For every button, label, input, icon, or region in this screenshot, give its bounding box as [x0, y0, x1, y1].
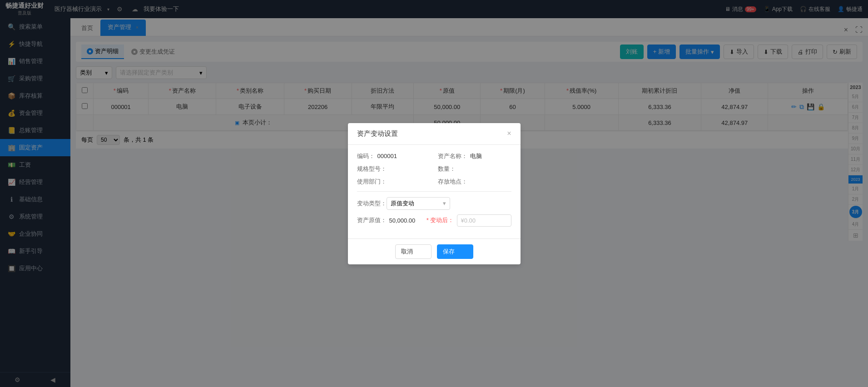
modal-close-icon[interactable]: ×: [507, 129, 511, 138]
change-type-select[interactable]: 原值变动 ▾: [387, 197, 450, 210]
modal-body: 编码： 000001 资产名称： 电脑 规格型号： 数量：: [348, 145, 521, 238]
asset-change-modal: 资产变动设置 × 编码： 000001 资产名称： 电脑 规格型号：: [348, 123, 521, 264]
form-field-location: 存放地点：: [438, 178, 511, 186]
form-row-3: 使用部门： 存放地点：: [357, 178, 511, 186]
form-divider: [357, 191, 511, 192]
change-type-value: 原值变动: [391, 199, 414, 208]
asset-name-value: 电脑: [470, 152, 482, 160]
location-label: 存放地点：: [438, 178, 467, 186]
code-label: 编码：: [357, 152, 375, 160]
department-label: 使用部门：: [357, 178, 387, 186]
modal-overlay[interactable]: 资产变动设置 × 编码： 000001 资产名称： 电脑 规格型号：: [0, 0, 868, 387]
form-row-1: 编码： 000001 资产名称： 电脑: [357, 152, 511, 160]
modal-title: 资产变动设置: [357, 129, 398, 138]
form-row-values: 资产原值： 50,000.00 * 变动后：: [357, 214, 511, 227]
form-field-after-change: * 变动后：: [427, 214, 511, 227]
quantity-label: 数量：: [438, 165, 456, 173]
original-value-value: 50,000.00: [389, 217, 416, 224]
save-button[interactable]: 保存: [437, 244, 473, 259]
after-change-label: * 变动后：: [427, 216, 454, 224]
spec-label: 规格型号：: [357, 165, 387, 173]
asset-name-label: 资产名称：: [438, 152, 467, 160]
cancel-label: 取消: [401, 248, 413, 256]
form-field-quantity: 数量：: [438, 165, 511, 173]
code-value: 000001: [377, 153, 397, 159]
form-field-original-value: 资产原值： 50,000.00: [357, 216, 419, 224]
change-type-dropdown-icon: ▾: [443, 200, 446, 207]
cancel-button[interactable]: 取消: [395, 244, 432, 259]
form-field-department: 使用部门：: [357, 178, 431, 186]
form-row-2: 规格型号： 数量：: [357, 165, 511, 173]
form-field-asset-name: 资产名称： 电脑: [438, 152, 511, 160]
after-change-input[interactable]: [457, 214, 511, 227]
save-label: 保存: [443, 248, 455, 256]
modal-header: 资产变动设置 ×: [348, 123, 521, 145]
modal-footer: 取消 保存: [348, 238, 521, 264]
form-field-code: 编码： 000001: [357, 152, 431, 160]
change-type-label: 变动类型：: [357, 199, 387, 208]
original-value-label: 资产原值：: [357, 216, 387, 224]
form-field-spec: 规格型号：: [357, 165, 431, 173]
form-row-change-type: 变动类型： 原值变动 ▾: [357, 197, 511, 210]
